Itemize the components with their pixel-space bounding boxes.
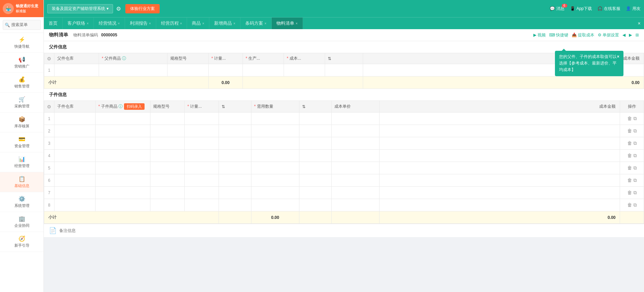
parent-spec-cell[interactable] xyxy=(168,64,209,77)
online-service-button[interactable]: 🎧 在线客服 xyxy=(597,6,620,12)
child-settings-icon[interactable]: ⚙ xyxy=(47,104,51,109)
child-unit-cost-cell[interactable] xyxy=(332,137,380,150)
parent-unit-cell[interactable] xyxy=(209,64,243,77)
child-unit-cell[interactable] xyxy=(185,162,219,174)
tab-close-history[interactable]: × xyxy=(180,22,182,25)
delete-row-icon[interactable]: 🗑 xyxy=(627,153,632,159)
tab-goods[interactable]: 商品 × xyxy=(187,17,209,29)
child-quantity-cell[interactable] xyxy=(251,199,299,211)
copy-row-icon[interactable]: ⧉ xyxy=(633,116,637,121)
child-spec-cell[interactable] xyxy=(150,137,185,150)
copy-row-icon[interactable]: ⧉ xyxy=(633,177,637,183)
delete-row-icon[interactable]: 🗑 xyxy=(627,128,632,134)
child-unit-cell[interactable] xyxy=(185,199,219,211)
trial-button[interactable]: 体验行业方案 xyxy=(125,4,160,13)
copy-row-icon[interactable]: ⧉ xyxy=(633,140,637,146)
sidebar-item-guide[interactable]: 🧭 新手引导 xyxy=(0,232,44,252)
child-goods-cell[interactable] xyxy=(96,174,150,187)
child-goods-cell[interactable] xyxy=(96,125,150,137)
delete-row-icon[interactable]: 🗑 xyxy=(627,116,632,121)
sidebar-item-operations[interactable]: 📊 经营管理 xyxy=(0,152,44,172)
tab-profit[interactable]: 利润报告 × xyxy=(125,17,156,29)
tab-home[interactable]: 首页 xyxy=(44,17,63,29)
sidebar-item-quick-nav[interactable]: ⚡ 快捷导航 xyxy=(0,33,44,53)
copy-row-icon[interactable]: ⧉ xyxy=(633,128,637,134)
tab-new-goods[interactable]: 新增商品 × xyxy=(209,17,240,29)
child-warehouse-cell[interactable] xyxy=(54,150,96,162)
child-goods-cell[interactable] xyxy=(96,199,150,211)
settings-gear-icon[interactable]: ⚙ xyxy=(114,4,123,14)
child-spec-cell[interactable] xyxy=(150,187,185,199)
parent-warehouse-cell[interactable] xyxy=(54,64,99,77)
tab-close-barcode[interactable]: × xyxy=(264,22,267,25)
child-cost-amount-cell[interactable] xyxy=(380,113,620,125)
child-quantity-cell[interactable] xyxy=(251,125,299,137)
tab-customers[interactable]: 客户联络 × xyxy=(63,17,94,29)
child-warehouse-cell[interactable] xyxy=(54,137,96,150)
delete-row-icon[interactable]: 🗑 xyxy=(627,140,632,146)
grid-view-button[interactable]: ⊞ xyxy=(635,33,639,37)
child-goods-cell[interactable] xyxy=(96,113,150,125)
sidebar-item-sales[interactable]: 💰 销售管理 xyxy=(0,73,44,93)
child-warehouse-cell[interactable] xyxy=(54,125,96,137)
sidebar-item-inventory[interactable]: 📦 库存核算 xyxy=(0,113,44,132)
child-spec-cell[interactable] xyxy=(150,150,185,162)
parent-cost-cell[interactable] xyxy=(284,64,325,77)
app-download-button[interactable]: 📱 App下载 xyxy=(570,6,592,12)
child-quantity-cell[interactable] xyxy=(251,187,299,199)
shortcut-button[interactable]: ⌨ 快捷键 xyxy=(549,32,568,38)
child-cost-amount-cell[interactable] xyxy=(380,162,620,174)
delete-row-icon[interactable]: 🗑 xyxy=(627,202,632,208)
parent-production-cell[interactable] xyxy=(243,64,284,77)
tab-bom[interactable]: 物料清单 × xyxy=(272,17,303,29)
sidebar-item-system[interactable]: ⚙️ 系统管理 xyxy=(0,192,44,212)
copy-row-icon[interactable]: ⧉ xyxy=(633,153,637,159)
single-settings-button[interactable]: ⚙ 单据设置 xyxy=(598,32,619,38)
child-spec-cell[interactable] xyxy=(150,113,185,125)
sidebar-item-basic-info[interactable]: 📋 基础信息 xyxy=(0,172,44,192)
delete-row-icon[interactable]: 🗑 xyxy=(627,177,632,183)
settings-gear-col-icon[interactable]: ⚙ xyxy=(47,56,51,61)
scan-input-button[interactable]: 扫码录入 xyxy=(124,103,145,110)
child-spec-cell[interactable] xyxy=(150,199,185,211)
child-unit-cost-cell[interactable] xyxy=(332,174,380,187)
child-goods-cell[interactable] xyxy=(96,137,150,150)
child-unit-cost-cell[interactable] xyxy=(332,113,380,125)
sidebar-item-enterprise[interactable]: 🏢 企业协同 xyxy=(0,212,44,232)
child-unit-cell[interactable] xyxy=(185,174,219,187)
child-spec-cell[interactable] xyxy=(150,174,185,187)
child-spec-cell[interactable] xyxy=(150,162,185,174)
tooltip-close-button[interactable]: × xyxy=(617,54,619,60)
tab-history[interactable]: 经营历程 × xyxy=(156,17,187,29)
child-quantity-cell[interactable] xyxy=(251,137,299,150)
sidebar-item-finance[interactable]: 💳 资金管理 xyxy=(0,132,44,152)
child-unit-cell[interactable] xyxy=(185,137,219,150)
child-cost-amount-cell[interactable] xyxy=(380,125,620,137)
child-unit-cost-cell[interactable] xyxy=(332,162,380,174)
tab-close-customers[interactable]: × xyxy=(87,22,89,25)
child-unit-cost-cell[interactable] xyxy=(332,199,380,211)
tab-close-operations[interactable]: × xyxy=(118,22,120,25)
child-warehouse-cell[interactable] xyxy=(54,187,96,199)
tab-barcode[interactable]: 条码方案 × xyxy=(240,17,272,29)
extract-cost-button[interactable]: 📥 提取成本 xyxy=(572,32,594,38)
tab-operations[interactable]: 经营情况 × xyxy=(94,17,125,29)
child-unit-cost-cell[interactable] xyxy=(332,187,380,199)
child-warehouse-cell[interactable] xyxy=(54,162,96,174)
message-button[interactable]: 💬 消息 6 xyxy=(550,6,565,12)
parent-goods-cell[interactable] xyxy=(99,64,168,77)
child-goods-cell[interactable] xyxy=(96,150,150,162)
tab-close-new-goods[interactable]: × xyxy=(233,22,235,25)
child-cost-amount-cell[interactable] xyxy=(380,150,620,162)
child-unit-cell[interactable] xyxy=(185,150,219,162)
child-unit-cell[interactable] xyxy=(185,125,219,137)
child-cost-amount-cell[interactable] xyxy=(380,137,620,150)
child-warehouse-cell[interactable] xyxy=(54,199,96,211)
delete-row-icon[interactable]: 🗑 xyxy=(627,190,632,196)
copy-row-icon[interactable]: ⧉ xyxy=(633,190,637,196)
tab-close-bom[interactable]: × xyxy=(296,22,298,25)
child-spec-cell[interactable] xyxy=(150,125,185,137)
system-selector[interactable]: 装备及固定资产辅助管理系统 ▾ xyxy=(47,4,113,13)
close-all-tabs-button[interactable]: × xyxy=(634,18,644,29)
child-quantity-cell[interactable] xyxy=(251,113,299,125)
